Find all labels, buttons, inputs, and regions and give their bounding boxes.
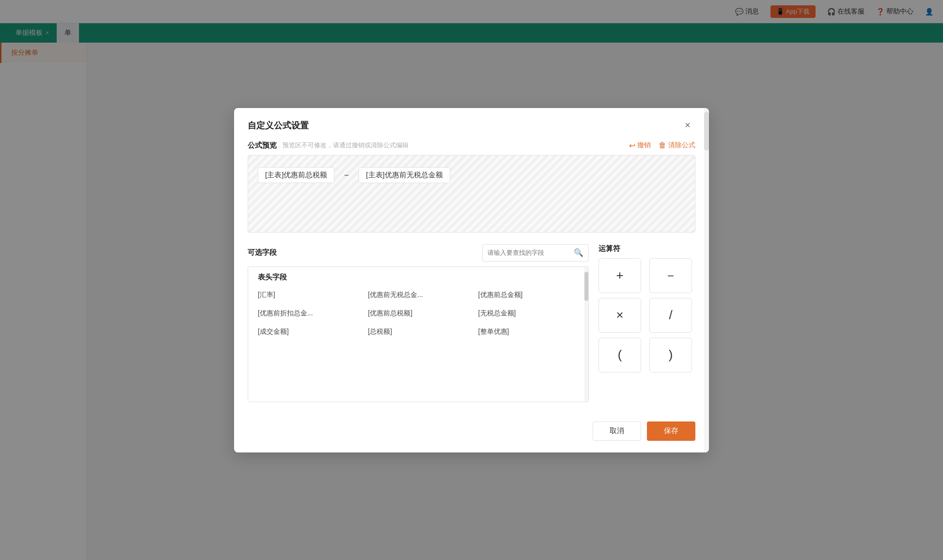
field-item[interactable]: [整单优惠] — [473, 323, 583, 341]
modal-overlay: 自定义公式设置 × 公式预览 预览区不可修改，请通过撤销或清除公式编辑 ↩ 撤销 — [0, 0, 943, 560]
scroll-thumb — [584, 272, 588, 301]
operators-grid: +－×/() — [598, 258, 695, 373]
undo-label: 撤销 — [637, 141, 651, 150]
operators-title: 运算符 — [598, 244, 695, 253]
save-button[interactable]: 保存 — [647, 421, 695, 441]
field-item[interactable]: [无税总金额] — [473, 304, 583, 323]
operator-button[interactable]: － — [649, 258, 692, 293]
modal-header: 自定义公式设置 × — [234, 108, 709, 141]
bottom-section: 可选字段 🔍 表头字段 [汇率][优惠前无税总金...[优惠前总金额][优惠前折… — [248, 244, 695, 402]
operator-button[interactable]: × — [598, 298, 641, 333]
formula-operator: － — [342, 169, 351, 181]
formula-section-label: 公式预览 — [248, 141, 277, 150]
formula-label-row: 公式预览 预览区不可修改，请通过撤销或清除公式编辑 ↩ 撤销 🗑 清除公式 — [248, 141, 695, 150]
fields-grid: [汇率][优惠前无税总金...[优惠前总金额][优惠前折扣总金...[优惠前总税… — [248, 286, 588, 341]
search-icon: 🔍 — [574, 248, 583, 257]
modal-title: 自定义公式设置 — [248, 120, 309, 131]
modal-body: 公式预览 预览区不可修改，请通过撤销或清除公式编辑 ↩ 撤销 🗑 清除公式 — [234, 141, 709, 414]
close-icon: × — [685, 120, 691, 131]
clear-formula-label: 清除公式 — [668, 141, 695, 150]
undo-button[interactable]: ↩ 撤销 — [629, 141, 651, 150]
formula-expression: [主表]优惠前总税额 － [主表]优惠前无税总金额 — [258, 167, 685, 183]
fields-group-label: 表头字段 — [248, 267, 588, 286]
fields-panel-header: 可选字段 🔍 — [248, 244, 589, 262]
fields-list-box: 表头字段 [汇率][优惠前无税总金...[优惠前总金额][优惠前折扣总金...[… — [248, 266, 589, 402]
field-item[interactable]: [成交金额] — [253, 323, 363, 341]
modal-scroll-track — [704, 108, 709, 452]
field-item[interactable]: [总税额] — [363, 323, 473, 341]
field-item[interactable]: [优惠前总税额] — [363, 304, 473, 323]
operator-button[interactable]: + — [598, 258, 641, 293]
fields-panel-title: 可选字段 — [248, 248, 277, 257]
modal-close-button[interactable]: × — [680, 118, 695, 133]
modal-footer: 取消 保存 — [234, 414, 709, 452]
field-item[interactable]: [汇率] — [253, 286, 363, 304]
fields-search-input[interactable] — [487, 249, 574, 256]
fields-search-box[interactable]: 🔍 — [482, 244, 589, 262]
operator-button[interactable]: ( — [598, 338, 641, 373]
undo-icon: ↩ — [629, 141, 635, 150]
formula-preview-box: [主表]优惠前总税额 － [主表]优惠前无税总金额 — [248, 155, 695, 233]
operator-button[interactable]: ) — [649, 338, 692, 373]
operator-button[interactable]: / — [649, 298, 692, 333]
field-item[interactable]: [优惠前无税总金... — [363, 286, 473, 304]
formula-right-token: [主表]优惠前无税总金额 — [359, 167, 450, 183]
formula-left-token: [主表]优惠前总税额 — [258, 167, 334, 183]
fields-panel: 可选字段 🔍 表头字段 [汇率][优惠前无税总金...[优惠前总金额][优惠前折… — [248, 244, 589, 402]
field-item[interactable]: [优惠前折扣总金... — [253, 304, 363, 323]
formula-actions: ↩ 撤销 🗑 清除公式 — [629, 141, 695, 150]
modal-scroll-thumb — [704, 112, 709, 151]
operators-panel: 运算符 +－×/() — [598, 244, 695, 373]
clear-icon: 🗑 — [659, 141, 666, 150]
clear-formula-button[interactable]: 🗑 清除公式 — [659, 141, 695, 150]
field-item[interactable]: [优惠前总金额] — [473, 286, 583, 304]
cancel-button[interactable]: 取消 — [593, 421, 641, 441]
scroll-track — [584, 267, 588, 402]
formula-modal: 自定义公式设置 × 公式预览 预览区不可修改，请通过撤销或清除公式编辑 ↩ 撤销 — [234, 108, 709, 452]
fields-list-inner: [汇率][优惠前无税总金...[优惠前总金额][优惠前折扣总金...[优惠前总税… — [248, 286, 588, 341]
formula-section: 公式预览 预览区不可修改，请通过撤销或清除公式编辑 ↩ 撤销 🗑 清除公式 — [248, 141, 695, 233]
formula-hint: 预览区不可修改，请通过撤销或清除公式编辑 — [283, 141, 409, 150]
